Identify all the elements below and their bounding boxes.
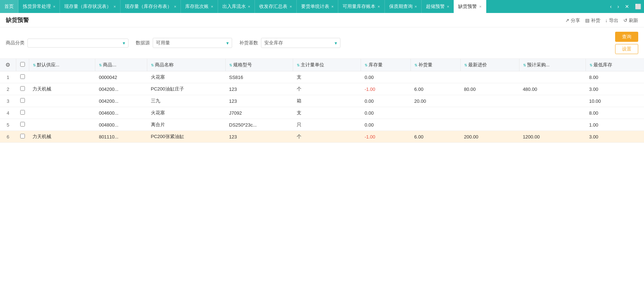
cell-spec: DS250*23c... xyxy=(226,119,293,131)
tab-batch-account[interactable]: 库存批次账 × xyxy=(181,0,218,13)
sort-restock-qty[interactable]: ⇅ 补货量 xyxy=(414,62,432,68)
restock-action[interactable]: ▤ 补货 xyxy=(585,17,600,24)
table-row[interactable]: 4 004600... 火花塞 J7092 支 0.00 8.00 xyxy=(0,107,644,119)
sort-est-purchase[interactable]: ⇅ 预计采购... xyxy=(523,62,550,68)
data-table: ⚙ ⇅ 默认供应... ⇅ 商品... xyxy=(0,59,644,143)
col-header-product-name: ⇅ 商品名称 xyxy=(147,59,226,71)
cell-min-stock: 1.00 xyxy=(586,119,644,131)
sort-stock-qty[interactable]: ⇅ 库存量 xyxy=(365,62,383,68)
cell-restock-qty xyxy=(411,71,461,83)
sort-product-code[interactable]: ⇅ 商品... xyxy=(99,62,116,68)
row-check[interactable] xyxy=(16,71,29,83)
row-index: 1 xyxy=(0,71,16,83)
row-check[interactable] xyxy=(16,83,29,95)
tab-available-ledger[interactable]: 可用量库存账本 × xyxy=(338,0,384,13)
close-icon[interactable]: × xyxy=(479,4,481,9)
sort-spec[interactable]: ⇅ 规格型号 xyxy=(229,62,252,68)
row-check[interactable] xyxy=(16,107,29,119)
row-checkbox[interactable] xyxy=(20,98,25,103)
row-check[interactable] xyxy=(16,131,29,143)
prev-tab-btn[interactable]: ‹ xyxy=(607,4,615,9)
refresh-label: 刷新 xyxy=(629,17,638,24)
cell-restock-qty: 6.00 xyxy=(411,131,461,143)
cell-supplier xyxy=(29,107,95,119)
row-checkbox[interactable] xyxy=(20,74,25,79)
cell-min-stock: 8.00 xyxy=(586,107,644,119)
next-tab-btn[interactable]: › xyxy=(614,4,622,9)
cell-unit: 个 xyxy=(293,131,361,143)
row-checkbox[interactable] xyxy=(20,110,25,115)
cell-product-code: 004800... xyxy=(95,119,147,131)
row-checkbox[interactable] xyxy=(20,134,25,138)
sort-supplier[interactable]: ⇅ 默认供应... xyxy=(33,62,60,68)
table-row[interactable]: 3 004200... 三九 123 箱 0.00 20.00 10.00 xyxy=(0,95,644,107)
query-button[interactable]: 查询 xyxy=(615,32,638,42)
table-row[interactable]: 5 004800... 离合片 DS250*23c... 只 0.00 1.00 xyxy=(0,119,644,131)
data-source-select[interactable]: 可用量 ▾ xyxy=(153,38,232,48)
table-row[interactable]: 1 0000042 火花塞 SS816 支 0.00 8.00 xyxy=(0,71,644,83)
data-source-label: 数据源 xyxy=(136,40,150,46)
share-action[interactable]: ↗ 分享 xyxy=(565,17,580,24)
tab-expiry-query[interactable]: 保质期查询 × xyxy=(385,0,422,13)
tab-demand-stat[interactable]: 要货单统计表 × xyxy=(297,0,338,13)
cell-stock-qty: 0.00 xyxy=(361,119,411,131)
export-action[interactable]: ↓ 导出 xyxy=(605,17,619,24)
tab-defect-process[interactable]: 拣货异常处理 × xyxy=(18,0,60,13)
col-header-latest-price: ⇅ 最新进价 xyxy=(460,59,519,71)
header-actions: ↗ 分享 ▤ 补货 ↓ 导出 ↺ 刷新 xyxy=(565,17,639,24)
cell-supplier: 力天机械 xyxy=(29,83,95,95)
close-icon[interactable]: × xyxy=(378,4,380,9)
tab-inventory-dist[interactable]: 现存量（库存分布表） × xyxy=(121,0,181,13)
tab-shortage-warn[interactable]: 缺货预警 × xyxy=(454,0,486,13)
sort-product-name[interactable]: ⇅ 商品名称 xyxy=(151,62,174,68)
tab-home[interactable]: 首页 xyxy=(0,0,18,13)
col-gear: ⚙ xyxy=(0,59,16,71)
close-icon[interactable]: × xyxy=(113,4,116,9)
tab-inventory-status[interactable]: 现存量（库存状况表） × xyxy=(60,0,120,13)
col-header-supplier: ⇅ 默认供应... xyxy=(29,59,95,71)
sort-unit[interactable]: ⇅ 主计量单位 xyxy=(297,62,324,68)
spec-sort-icon: ⇅ xyxy=(229,63,232,67)
supplier-sort-icon: ⇅ xyxy=(33,63,36,67)
close-icon[interactable]: × xyxy=(211,4,213,9)
close-icon[interactable]: × xyxy=(415,4,417,9)
row-checkbox[interactable] xyxy=(20,86,25,91)
unit-sort-icon: ⇅ xyxy=(297,63,300,67)
cell-product-code: 801110... xyxy=(95,131,147,143)
refresh-action[interactable]: ↺ 刷新 xyxy=(623,17,638,24)
row-check[interactable] xyxy=(16,119,29,131)
tab-inout-flow[interactable]: 出入库流水 × xyxy=(218,0,255,13)
close-icon[interactable]: × xyxy=(331,4,334,9)
col-header-restock-qty: ⇅ 补货量 xyxy=(411,59,461,71)
tab-overstock-warn[interactable]: 超储预警 × xyxy=(422,0,454,13)
row-checkbox[interactable] xyxy=(20,122,25,127)
close-icon[interactable]: × xyxy=(447,4,449,9)
cell-supplier xyxy=(29,71,95,83)
gear-settings-btn[interactable]: ⚙ xyxy=(5,62,10,68)
cell-product-code: 0000042 xyxy=(95,71,147,83)
cell-stock-qty: -1.00 xyxy=(361,131,411,143)
cell-supplier xyxy=(29,119,95,131)
check-all-checkbox[interactable] xyxy=(20,62,25,67)
table-row[interactable]: 6 力天机械 801110... PC200张紧油缸 123 个 -1.00 6… xyxy=(0,131,644,143)
product-category-select[interactable]: ▾ xyxy=(27,39,129,48)
maximize-btn[interactable]: ⬜ xyxy=(632,4,644,9)
close-icon[interactable]: × xyxy=(174,4,176,9)
sort-latest-price[interactable]: ⇅ 最新进价 xyxy=(464,62,487,68)
settings-button[interactable]: 设置 xyxy=(615,44,638,54)
close-icon[interactable]: × xyxy=(248,4,250,9)
col-header-product-code: ⇅ 商品... xyxy=(95,59,147,71)
table-row[interactable]: 2 力天机械 004200... PC200油缸庄子 123 个 -1.00 6… xyxy=(0,83,644,95)
row-check[interactable] xyxy=(16,95,29,107)
cell-est-purchase xyxy=(519,71,586,83)
close-all-btn[interactable]: ✕ xyxy=(622,4,632,9)
restock-base-select[interactable]: 安全库存 ▾ xyxy=(261,38,340,48)
cell-unit: 支 xyxy=(293,107,361,119)
close-icon[interactable]: × xyxy=(53,4,55,9)
close-icon[interactable]: × xyxy=(290,4,292,9)
share-label: 分享 xyxy=(571,17,580,24)
tab-collect-summary[interactable]: 收发存汇总表 × xyxy=(255,0,296,13)
sort-min-stock[interactable]: ⇅ 最低库存 xyxy=(589,62,612,68)
cell-spec: 123 xyxy=(226,83,293,95)
row-index: 6 xyxy=(0,131,16,143)
